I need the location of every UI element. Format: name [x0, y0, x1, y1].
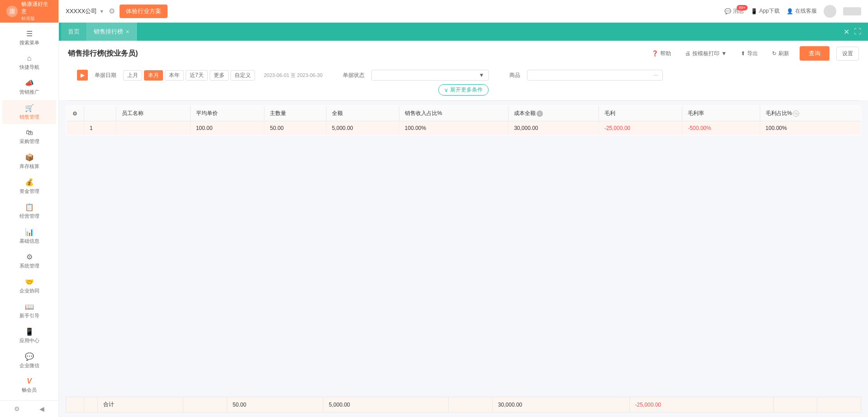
- goods-input[interactable]: ···: [527, 70, 663, 81]
- sidebar-item-system-mgmt[interactable]: ⚙ 系统管理: [2, 249, 56, 273]
- help-btn[interactable]: ❓ 帮助: [648, 48, 675, 59]
- tab-sales-ranking-close[interactable]: ✕: [125, 29, 129, 35]
- col-gross-ratio: 毛利占比%%: [760, 106, 861, 121]
- total-row: 合计 50.00 5,000.00 30,000.00 -25,000.00: [66, 397, 861, 412]
- col-avg-price: 平均单价: [190, 106, 264, 121]
- status-select[interactable]: ▼: [371, 70, 489, 81]
- search-order-label: 搜索菜单: [19, 39, 39, 46]
- row-main-qty: 50.00: [264, 121, 326, 135]
- tab-restore-icon[interactable]: ⛶: [854, 28, 861, 36]
- sidebar-item-inventory[interactable]: 📦 库存核算: [2, 149, 56, 173]
- capital-icon: 💰: [25, 178, 34, 187]
- cost-total-info-icon[interactable]: i: [537, 110, 543, 117]
- sidebar-item-basic-info[interactable]: 📊 基础信息: [2, 224, 56, 248]
- company-selector[interactable]: XXXXX公司 ▼: [66, 7, 104, 15]
- sidebar-nav: ☰ 搜索菜单 ⌂ 快捷导航 📣 营销推广 🛒 销售管理 🛍 采购管理 📦 库存核…: [0, 23, 58, 400]
- tab-sales-ranking[interactable]: 销售排行榜 ✕: [87, 23, 137, 41]
- message-icon: 💬: [724, 8, 731, 14]
- refresh-label: 刷新: [778, 50, 789, 58]
- inventory-icon: 📦: [25, 153, 34, 162]
- trial-button[interactable]: 体验行业方案: [120, 5, 168, 18]
- inventory-label: 库存核算: [19, 163, 39, 170]
- operations-label: 经营管理: [19, 213, 39, 220]
- expand-more-label: 展开更多条件: [450, 86, 483, 94]
- logo-icon: 康: [5, 5, 19, 18]
- table-header-row: ⚙ 员工名称 平均单价 主数量 全额 销售收入占比% 成本全额i 毛利 毛利率: [66, 106, 861, 121]
- refresh-btn[interactable]: ↻ 刷新: [768, 48, 793, 59]
- enterprise-collab-icon: 🤝: [25, 278, 34, 286]
- template-print-btn[interactable]: 🖨 按模板打印 ▼: [681, 48, 730, 59]
- refresh-icon: ↻: [772, 50, 777, 57]
- col-settings[interactable]: ⚙: [66, 106, 84, 121]
- export-label: 导出: [747, 50, 758, 58]
- purchase-mgmt-icon: 🛍: [26, 129, 33, 137]
- sales-mgmt-label: 销售管理: [19, 114, 39, 120]
- enterprise-wechat-label: 企业微信: [19, 362, 39, 369]
- sidebar-item-enterprise-wechat[interactable]: 💬 企业微信: [2, 349, 56, 373]
- date-btn-last-7days[interactable]: 近7天: [186, 70, 208, 81]
- total-amount: 5,000.00: [323, 397, 449, 412]
- sidebar-item-search-order[interactable]: ☰ 搜索菜单: [2, 26, 56, 50]
- sidebar-item-app-center[interactable]: 📱 应用中心: [2, 324, 56, 348]
- expand-arrow-icon: ∨: [444, 87, 448, 93]
- col-gross-profit: 毛利: [599, 106, 682, 121]
- sidebar: 康 畅康通好生意 标准版 ☰ 搜索菜单 ⌂ 快捷导航 📣 营销推广 🛒 销售管理…: [0, 0, 59, 417]
- status-dropdown-arrow: ▼: [479, 72, 484, 78]
- sidebar-item-quick-nav[interactable]: ⌂ 快捷导航: [2, 51, 56, 74]
- row-sales-ratio: 100.00%: [399, 121, 508, 135]
- sidebar-item-newbie-guide[interactable]: 📖 新手引导: [2, 299, 56, 323]
- col-rank: [84, 106, 116, 121]
- tab-home[interactable]: 首页: [61, 23, 87, 41]
- total-table: 合计 50.00 5,000.00 30,000.00 -25,000.00: [66, 397, 861, 412]
- date-btn-more[interactable]: 更多: [210, 70, 229, 81]
- svg-text:康: 康: [9, 8, 15, 15]
- app-center-label: 应用中心: [19, 337, 39, 344]
- date-range-display: 2023-06-01 至 2023-06-30: [264, 72, 323, 79]
- user-avatar[interactable]: [824, 5, 836, 18]
- search-order-icon: ☰: [26, 29, 33, 38]
- member-icon: V: [27, 377, 32, 385]
- sidebar-item-sales-mgmt[interactable]: 🛒 销售管理: [2, 100, 56, 124]
- goods-more-icon[interactable]: ···: [653, 72, 658, 78]
- sidebar-collapse-btn[interactable]: ◀: [39, 405, 44, 412]
- sidebar-item-purchase-mgmt[interactable]: 🛍 采购管理: [2, 125, 56, 149]
- user-name-placeholder: [843, 7, 861, 15]
- data-table: ⚙ 员工名称 平均单价 主数量 全额 销售收入占比% 成本全额i 毛利 毛利率: [66, 105, 861, 135]
- col-employee-name: 员工名称: [116, 106, 191, 121]
- app-download-btn[interactable]: 📱 App下载: [751, 7, 780, 15]
- tab-close-all-icon[interactable]: ✕: [844, 28, 849, 36]
- sidebar-settings-btn[interactable]: ⚙: [14, 405, 20, 412]
- row-avg-price: 100.00: [190, 121, 264, 135]
- app-download-icon: 📱: [751, 8, 758, 14]
- system-mgmt-icon: ⚙: [26, 253, 33, 261]
- settings-button[interactable]: 设置: [836, 47, 859, 61]
- table-row: 1 100.00 50.00 5,000.00 100.00% 30,000.0…: [66, 121, 861, 135]
- sidebar-item-capital[interactable]: 💰 资金管理: [2, 174, 56, 198]
- export-btn[interactable]: ⬆ 导出: [737, 48, 762, 59]
- page-header: 销售排行榜(按业务员) ❓ 帮助 🖨 按模板打印 ▼ ⬆ 导出: [59, 41, 868, 101]
- date-btn-this-month[interactable]: 本月: [144, 70, 163, 81]
- sidebar-item-member[interactable]: V 畅会员: [2, 374, 56, 397]
- tab-sales-ranking-label: 销售排行榜: [94, 28, 123, 36]
- expand-more-btn[interactable]: ∨ 展开更多条件: [438, 84, 489, 96]
- content-area: 销售排行榜(按业务员) ❓ 帮助 🖨 按模板打印 ▼ ⬆ 导出: [59, 41, 868, 417]
- filter-row-1: ▶ 单据日期 上月 本月 本年 近7天 更多 自定义 2023-06-01 至 …: [77, 70, 850, 81]
- message-btn[interactable]: 💬 消息 99+: [724, 7, 744, 15]
- query-button[interactable]: 查询: [800, 46, 830, 61]
- basic-info-icon: 📊: [25, 228, 34, 236]
- date-btn-last-month[interactable]: 上月: [123, 70, 142, 81]
- row-gross-margin: -500.00%: [682, 121, 760, 135]
- date-buttons: 上月 本月 本年 近7天 更多 自定义: [123, 70, 255, 81]
- tabbar: 首页 销售排行榜 ✕ ✕ ⛶: [59, 23, 868, 41]
- date-btn-custom[interactable]: 自定义: [230, 70, 255, 81]
- online-support-btn[interactable]: 👤 在线客服: [786, 7, 817, 15]
- sidebar-item-marketing[interactable]: 📣 营销推广: [2, 75, 56, 99]
- template-print-label: 按模板打印: [692, 50, 719, 58]
- filter-expand-icon[interactable]: ▶: [77, 70, 88, 81]
- date-btn-this-year[interactable]: 本年: [165, 70, 184, 81]
- topbar-settings-icon[interactable]: ⚙: [109, 7, 115, 15]
- logo-line2: 标准版: [21, 15, 53, 22]
- sidebar-item-enterprise-collab[interactable]: 🤝 企业协同: [2, 274, 56, 298]
- gross-ratio-icon[interactable]: %: [793, 110, 799, 117]
- sidebar-item-operations[interactable]: 📋 经营管理: [2, 199, 56, 223]
